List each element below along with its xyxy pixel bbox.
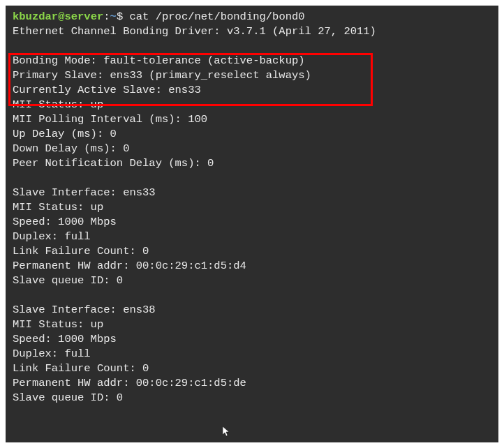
slave1-hw-addr: Permanent HW addr: 00:0c:29:c1:d5:d4 bbox=[13, 259, 491, 274]
command-text: cat /proc/net/bonding/bond0 bbox=[129, 10, 304, 23]
slave1-speed: Speed: 1000 Mbps bbox=[13, 215, 491, 230]
mouse-cursor-icon bbox=[223, 426, 231, 442]
output-bonding-mode: Bonding Mode: fault-tolerance (active-ba… bbox=[13, 54, 491, 68]
slave2-duplex: Duplex: full bbox=[13, 347, 491, 361]
output-mii-status: MII Status: up bbox=[13, 98, 491, 112]
prompt-dollar: $ bbox=[117, 10, 130, 23]
prompt-colon: : bbox=[103, 10, 110, 23]
slave2-hw-addr: Permanent HW addr: 00:0c:29:c1:d5:de bbox=[13, 376, 491, 391]
output-peer-notif: Peer Notification Delay (ms): 0 bbox=[13, 156, 491, 171]
output-up-delay: Up Delay (ms): 0 bbox=[13, 127, 491, 142]
prompt-path: ~ bbox=[110, 10, 117, 23]
slave2-queue: Slave queue ID: 0 bbox=[13, 391, 491, 405]
slave1-mii: MII Status: up bbox=[13, 200, 491, 215]
slave2-interface: Slave Interface: ens38 bbox=[13, 303, 491, 318]
prompt-host: server bbox=[64, 10, 103, 23]
slave2-speed: Speed: 1000 Mbps bbox=[13, 332, 491, 347]
slave2-link-fail: Link Failure Count: 0 bbox=[13, 361, 491, 376]
prompt-line: kbuzdar@server:~$ cat /proc/net/bonding/… bbox=[13, 10, 491, 24]
output-down-delay: Down Delay (ms): 0 bbox=[13, 142, 491, 156]
output-mii-polling: MII Polling Interval (ms): 100 bbox=[13, 112, 491, 127]
blank-line bbox=[13, 39, 491, 54]
blank-line bbox=[13, 288, 491, 303]
output-driver: Ethernet Channel Bonding Driver: v3.7.1 … bbox=[13, 24, 491, 39]
blank-line bbox=[13, 171, 491, 186]
prompt-user: kbuzdar bbox=[13, 10, 58, 23]
terminal-window[interactable]: kbuzdar@server:~$ cat /proc/net/bonding/… bbox=[6, 6, 498, 442]
slave1-interface: Slave Interface: ens33 bbox=[13, 186, 491, 200]
output-primary-slave: Primary Slave: ens33 (primary_reselect a… bbox=[13, 68, 491, 83]
output-active-slave: Currently Active Slave: ens33 bbox=[13, 83, 491, 98]
slave1-link-fail: Link Failure Count: 0 bbox=[13, 244, 491, 259]
slave1-queue: Slave queue ID: 0 bbox=[13, 274, 491, 288]
slave2-mii: MII Status: up bbox=[13, 318, 491, 332]
slave1-duplex: Duplex: full bbox=[13, 230, 491, 244]
